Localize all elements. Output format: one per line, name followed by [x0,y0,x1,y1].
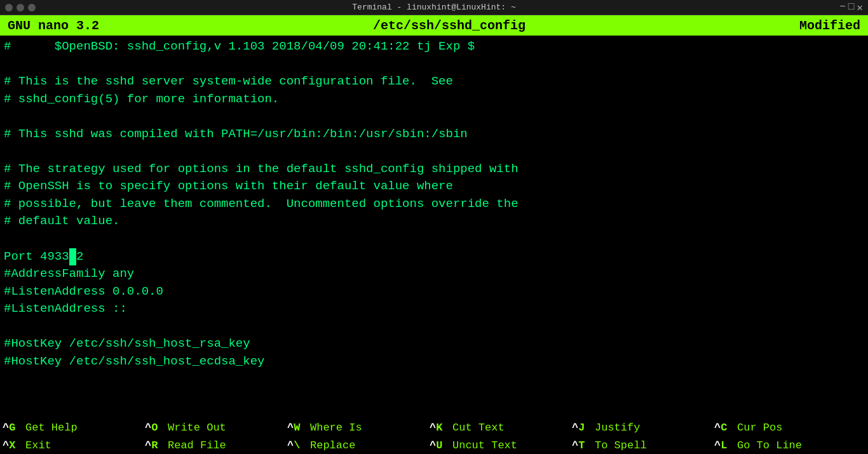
footer-item: ^TTo Spell [569,436,712,454]
footer-key: ^W [285,422,308,434]
key-letter: O [151,422,158,434]
footer-item: ^WWhere Is [285,418,427,436]
footer-row: ^XExit^RRead File^\Replace^UUncut Text^T… [0,436,868,454]
ctrl-symbol: ^ [3,422,9,434]
footer-label: Go To Line [735,439,802,451]
footer-label: Get Help [23,422,78,434]
key-letter: J [578,422,585,434]
footer-key: ^L [712,439,735,451]
key-letter: G [9,422,15,434]
editor-line: #ListenAddress 0.0.0.0 [4,283,864,301]
footer-item: ^OWrite Out [142,418,285,436]
footer-label: To Spell [592,439,647,451]
editor-line: #ListenAddress :: [4,300,864,318]
editor-line [4,143,864,161]
footer-key: ^K [427,422,450,434]
footer-key: ^O [142,422,165,434]
key-letter: C [721,422,727,434]
title-bar-controls: − □ ✕ [839,1,863,14]
footer-key: ^\ [285,439,308,451]
ctrl-symbol: ^ [145,439,151,451]
ctrl-symbol: ^ [572,439,578,451]
key-letter: W [294,422,300,434]
editor-line: # $OpenBSD: sshd_config,v 1.103 2018/04/… [4,38,864,56]
ctrl-symbol: ^ [430,439,436,451]
footer-row: ^GGet Help^OWrite Out^WWhere Is^KCut Tex… [0,418,868,436]
footer-label: Replace [308,439,355,451]
footer-item: ^JJustify [569,418,712,436]
title-bar: Terminal - linuxhint@LinuxHint: ~ − □ ✕ [0,0,868,15]
footer-item: ^UUncut Text [427,436,569,454]
key-letter: \ [294,439,300,451]
footer-label: Where Is [308,422,362,434]
minimize-btn[interactable] [17,4,24,11]
footer-label: Exit [23,439,51,451]
nano-modified-status: Modified [799,18,860,33]
footer-item: ^LGo To Line [712,436,854,454]
editor-line: # sshd_config(5) for more information. [4,91,864,109]
window-title: Terminal - linuxhint@LinuxHint: ~ [352,3,515,12]
editor-line [4,230,864,248]
editor-line [4,56,864,74]
editor-line: # The strategy used for options in the d… [4,161,864,178]
ctrl-symbol: ^ [714,439,721,451]
nano-file-name: /etc/ssh/sshd_config [373,18,526,33]
ctrl-symbol: ^ [287,422,294,434]
footer-item: ^CCur Pos [712,418,854,436]
footer-key: ^G [0,422,23,434]
close-btn[interactable] [5,4,13,11]
close-icon[interactable]: ✕ [857,1,863,14]
key-letter: L [721,439,727,451]
footer-item: ^\Replace [285,436,427,454]
editor-line [4,108,864,126]
editor-line: # default value. [4,213,864,230]
nano-app-name: GNU nano 3.2 [8,18,99,33]
footer-label: Justify [592,422,640,434]
editor-line: #HostKey /etc/ssh/ssh_host_ecdsa_key [4,353,864,371]
footer-label: Cur Pos [735,422,782,434]
footer-label: Cut Text [450,422,505,434]
editor-line: #HostKey /etc/ssh/ssh_host_rsa_key [4,335,864,353]
footer-label: Uncut Text [450,439,517,451]
key-letter: R [151,439,158,451]
key-letter: U [436,439,442,451]
nano-header: GNU nano 3.2 /etc/ssh/sshd_config Modifi… [0,15,868,36]
footer-item: ^GGet Help [0,418,142,436]
ctrl-symbol: ^ [3,439,9,451]
footer-label: Write Out [165,422,226,434]
footer-item: ^RRead File [142,436,285,454]
footer-key: ^J [569,422,592,434]
footer-key: ^R [142,439,165,451]
title-bar-left [5,4,36,11]
footer-key: ^U [427,439,450,451]
footer-item: ^KCut Text [427,418,569,436]
key-letter: T [578,439,585,451]
editor-line: # This is the sshd server system-wide co… [4,73,864,91]
footer-key: ^C [712,422,735,434]
nano-footer: ^GGet Help^OWrite Out^WWhere Is^KCut Tex… [0,418,868,454]
editor-line: Port 4933 2 [4,248,864,266]
editor-line: # OpenSSH is to specify options with the… [4,178,864,196]
maximize-btn[interactable] [28,4,36,11]
editor-line: #AddressFamily any [4,265,864,283]
ctrl-symbol: ^ [714,422,721,434]
ctrl-symbol: ^ [572,422,578,434]
footer-item: ^XExit [0,436,142,454]
editor-line: # possible, but leave them commented. Un… [4,196,864,213]
footer-key: ^X [0,439,23,451]
footer-key: ^T [569,439,592,451]
minimize-icon[interactable]: − [839,1,846,14]
editor-line [4,318,864,336]
restore-icon[interactable]: □ [848,1,855,14]
ctrl-symbol: ^ [287,439,294,451]
footer-label: Read File [165,439,226,451]
ctrl-symbol: ^ [430,422,436,434]
key-letter: X [9,439,15,451]
editor-area[interactable]: # $OpenBSD: sshd_config,v 1.103 2018/04/… [0,36,868,418]
text-cursor [69,248,76,266]
editor-line: # This sshd was compiled with PATH=/usr/… [4,126,864,144]
key-letter: K [436,422,442,434]
ctrl-symbol: ^ [145,422,151,434]
